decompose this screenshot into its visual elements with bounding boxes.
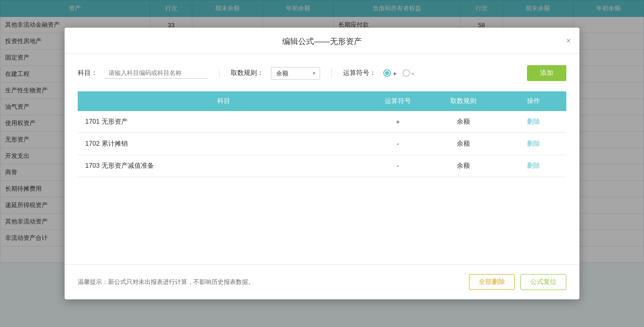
table-row: 1701 无形资产+余额删除 [78, 111, 566, 133]
footer-buttons: 全部删除 公式复位 [469, 274, 566, 290]
col-header-operator: 运算符号 [370, 91, 426, 111]
rule-cell: 余额 [426, 155, 501, 177]
subject-cell: 1701 无形资产 [78, 111, 370, 133]
action-cell: 删除 [501, 155, 566, 177]
divider [219, 68, 220, 78]
modal-body: 科目： 取数规则： 余额 借方发生额 贷方发生额 ▼ 运算符号： [65, 54, 579, 264]
col-header-subject: 科目 [78, 91, 370, 111]
radio-plus-circle [383, 69, 391, 77]
rule-cell: 余额 [426, 111, 501, 133]
form-row: 科目： 取数规则： 余额 借方发生额 贷方发生额 ▼ 运算符号： [78, 65, 566, 81]
operator-cell: - [370, 133, 426, 155]
rule-select[interactable]: 余额 借方发生额 贷方发生额 [271, 67, 320, 80]
operator-label: 运算符号： [343, 69, 376, 77]
delete-link[interactable]: 删除 [527, 140, 540, 147]
footer-tip: 温馨提示：新公式只对未出报表进行计算，不影响历史报表数据。 [78, 278, 254, 286]
reset-formula-button[interactable]: 公式复位 [520, 274, 566, 290]
col-header-rule: 取数规则 [426, 91, 501, 111]
delete-link[interactable]: 删除 [527, 118, 540, 125]
table-row: 1702 累计摊销-余额删除 [78, 133, 566, 155]
add-button[interactable]: 添加 [527, 65, 566, 81]
rule-label: 取数规则： [231, 69, 263, 77]
delete-link[interactable]: 删除 [527, 162, 540, 169]
operator-radio-group: + - [383, 69, 414, 77]
operator-minus-radio[interactable]: - [402, 69, 414, 77]
operator-plus-label: + [393, 69, 397, 77]
action-cell: 删除 [501, 111, 566, 133]
modal-close-button[interactable]: × [566, 37, 571, 45]
modal-header: 编辑公式——无形资产 × [65, 28, 579, 54]
divider2 [331, 68, 332, 78]
modal-overlay: 编辑公式——无形资产 × 科目： 取数规则： 余额 借方发生额 贷方发生额 [0, 0, 644, 327]
subject-cell: 1702 累计摊销 [78, 133, 370, 155]
rule-select-wrap: 余额 借方发生额 贷方发生额 ▼ [271, 67, 320, 80]
operator-cell: + [370, 111, 426, 133]
operator-minus-label: - [412, 69, 414, 77]
operator-plus-radio[interactable]: + [383, 69, 397, 77]
edit-formula-modal: 编辑公式——无形资产 × 科目： 取数规则： 余额 借方发生额 贷方发生额 [65, 28, 579, 299]
modal-title: 编辑公式——无形资产 [282, 36, 362, 47]
subject-cell: 1703 无形资产减值准备 [78, 155, 370, 177]
operator-cell: - [370, 155, 426, 177]
table-row: 1703 无形资产减值准备-余额删除 [78, 155, 566, 177]
subject-input[interactable] [105, 67, 208, 79]
col-header-action: 操作 [501, 91, 566, 111]
radio-minus-circle [402, 69, 410, 77]
action-cell: 删除 [501, 133, 566, 155]
rule-cell: 余额 [426, 133, 501, 155]
subject-label: 科目： [78, 69, 97, 77]
formula-table: 科目 运算符号 取数规则 操作 1701 无形资产+余额删除1702 累计摊销-… [78, 91, 566, 177]
modal-footer: 温馨提示：新公式只对未出报表进行计算，不影响历史报表数据。 全部删除 公式复位 [65, 264, 579, 299]
delete-all-button[interactable]: 全部删除 [469, 274, 515, 290]
